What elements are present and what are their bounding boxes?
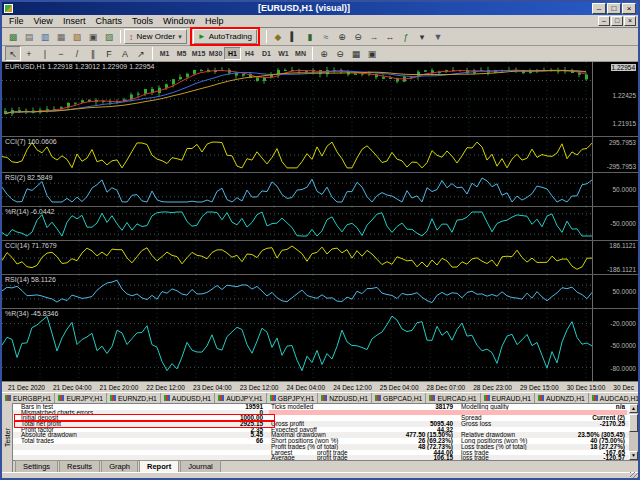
tester-tab[interactable]: Journal [180,460,221,472]
symbol-tab[interactable]: AUDJPY,H1 [215,393,267,403]
price-scale[interactable]: -20.0000-50.0000-80.0000 [592,309,638,381]
candlestick-icon[interactable]: ▮ [302,29,318,44]
zoom-in-icon[interactable]: ⊕ [316,46,332,61]
symbol-tab[interactable]: EURNZD,H1 [107,393,161,403]
symbol-tab[interactable]: NZDUSD,H1 [318,393,372,403]
text-label-icon[interactable]: A [117,46,133,61]
trendline-icon[interactable]: / [69,46,85,61]
timeframe-button[interactable]: MN [292,47,309,60]
indicators-icon[interactable]: ƒ [398,29,414,44]
pane-plot[interactable] [2,207,592,241]
tester-tab[interactable]: Report [139,460,179,472]
menu-item[interactable]: View [29,15,58,27]
tile-windows-icon[interactable]: ▦ [348,46,364,61]
chart-pane[interactable]: 186.1121-186.1121CCI(14) 71.7679 [2,240,638,274]
cursor-icon[interactable]: ↖ [5,46,21,61]
restore-button[interactable]: □ [607,3,621,14]
timeframe-button[interactable]: M1 [156,47,173,60]
symbol-tab[interactable]: EURCAD,H1 [426,393,480,403]
scroll-down-icon[interactable]: ▼ [629,451,638,460]
symbol-tab[interactable]: AUDCAD,H1 [589,393,638,403]
zoom-in-icon[interactable]: ⊕ [334,29,350,44]
chart-pane[interactable]: -50.0000%R(14) -6.0442 [2,206,638,240]
chart-pane[interactable]: 50.0000RSI(14) 58.1126 [2,274,638,308]
chart-panes[interactable]: 1.229541.224251.21915EURUSD,H1 1.22918 1… [2,62,638,381]
timeframe-button[interactable]: D1 [258,47,275,60]
menu-item[interactable]: Window [158,15,200,27]
symbol-tab[interactable]: EURAUD,H1 [481,393,535,403]
menu-item[interactable]: File [4,15,29,27]
fibonacci-icon[interactable]: F [101,46,117,61]
timeframe-button[interactable]: M30 [207,47,224,60]
pane-plot[interactable] [2,241,592,275]
pane-plot[interactable] [2,137,592,173]
child-restore-button[interactable]: □ [611,16,623,26]
price-scale[interactable]: 50.0000 [592,173,638,206]
crosshair-icon[interactable]: + [21,46,37,61]
new-chart-icon[interactable]: ▩ [5,29,21,44]
price-scale[interactable]: 1.229541.224251.21915 [592,62,638,136]
close-button[interactable]: × [622,3,636,14]
chart-pane[interactable]: 295.7953-295.7953CCI(7) 160.0606 [2,136,638,172]
zoom-out-icon[interactable]: ⊖ [332,46,348,61]
periods-icon[interactable]: ▾ [414,29,430,44]
scrollbar-thumb[interactable] [629,414,638,432]
symbol-tab[interactable]: GBPCAD,H1 [372,393,426,403]
auto-scroll-icon[interactable]: → [366,29,382,44]
market-watch-icon[interactable]: ▥ [37,29,53,44]
symbol-tab[interactable]: EURGBP,H1 [2,393,55,403]
horizontal-line-icon[interactable]: − [53,46,69,61]
menu-item[interactable]: Tools [127,15,158,27]
bar-chart-icon[interactable]: ▍ [286,29,302,44]
tester-panel-tab[interactable]: Tester [2,403,13,472]
scrollbar-track[interactable] [629,433,638,451]
pane-plot[interactable] [2,275,592,309]
symbol-tab[interactable]: AUDNZD,H1 [535,393,589,403]
child-minimize-button[interactable]: – [598,16,610,26]
new-order-button[interactable]: ↕ New Order ▾ [124,29,187,44]
menu-item[interactable]: Insert [58,15,91,27]
vertical-line-icon[interactable]: | [37,46,53,61]
symbol-tab[interactable]: AUDUSD,H1 [161,393,215,403]
timeframe-button[interactable]: H1 [224,47,241,60]
profiles-icon[interactable]: ▤ [21,29,37,44]
menu-item[interactable]: Charts [90,15,127,27]
terminal-icon[interactable]: ▣ [85,29,101,44]
navigator-icon[interactable]: ▧ [69,29,85,44]
symbol-tab[interactable]: EURJPY,H1 [55,393,107,403]
timeframe-button[interactable]: W1 [275,47,292,60]
chart-pane[interactable]: -20.0000-50.0000-80.0000%R(34) -45.8346 [2,308,638,381]
channel-icon[interactable]: ∥ [85,46,101,61]
title-bar[interactable]: [EURUSD,H1 (visual)] –□× [2,2,638,15]
timeframe-button[interactable]: H4 [241,47,258,60]
price-scale[interactable]: 50.0000 [592,275,638,308]
symbol-tab[interactable]: GBPJPY,H1 [267,393,319,403]
price-scale[interactable]: 186.1121-186.1121 [592,241,638,274]
resize-grip[interactable] [630,472,638,478]
zoom-out-icon[interactable]: ⊖ [350,29,366,44]
strategy-tester-icon[interactable]: ▨ [101,29,117,44]
price-scale[interactable]: -50.0000 [592,207,638,240]
data-window-icon[interactable]: ▦ [53,29,69,44]
line-chart-icon[interactable]: ≈ [318,29,334,44]
pane-plot[interactable] [2,309,592,382]
chart-shift-icon[interactable]: ↔ [382,29,398,44]
timeframe-button[interactable]: M15 [190,47,207,60]
arrow-tools-icon[interactable]: ↗ [133,46,149,61]
autotrading-button[interactable]: ► AutoTrading [193,29,257,44]
scroll-up-icon[interactable]: ▲ [629,404,638,413]
timeframe-button[interactable]: M5 [173,47,190,60]
time-axis[interactable]: 21 Dec 202021 Dec 04:0021 Dec 20:0022 De… [2,381,638,392]
new-window-icon[interactable]: ▣ [364,46,380,61]
child-close-button[interactable]: × [624,16,636,26]
tester-tab[interactable]: Graph [101,460,138,472]
chart-pane[interactable]: 50.0000RSI(2) 82.5849 [2,172,638,206]
metaeditor-icon[interactable]: ◆ [270,29,286,44]
pane-plot[interactable] [2,173,592,207]
price-scale[interactable]: 295.7953-295.7953 [592,137,638,172]
pane-plot[interactable] [2,62,592,136]
report-scrollbar[interactable]: ▲ ▼ [629,403,638,460]
tester-tab[interactable]: Results [59,460,100,472]
templates-icon[interactable]: ▼ [430,29,446,44]
minimize-button[interactable]: – [592,3,606,14]
